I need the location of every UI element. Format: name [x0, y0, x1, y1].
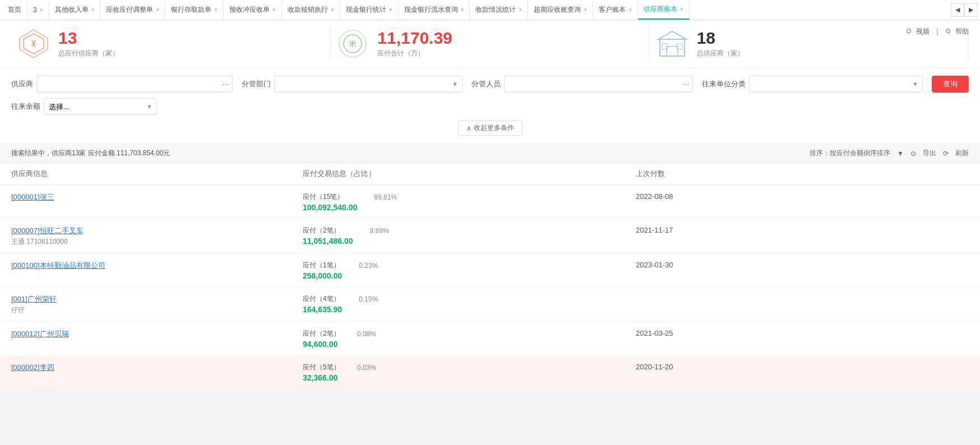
nav-tab-ar-ap-adj[interactable]: 应收应付调整单 ×: [100, 0, 165, 20]
sort-label[interactable]: 排序：按应付余额倒序排序: [810, 149, 890, 158]
nav-tab-other-income-label: 其他收入单: [55, 5, 89, 15]
supplier-name-link[interactable]: [000012]广州贝瑞: [11, 329, 303, 339]
supplier-name-link[interactable]: [000001]张三: [11, 192, 303, 202]
tx-amount[interactable]: 32,366.00: [303, 373, 340, 382]
close-icon[interactable]: ×: [91, 7, 95, 13]
person-field: 分管人员 ···: [471, 76, 693, 92]
nav-tab-overdue-ar[interactable]: 超期应收账查询 ×: [528, 0, 593, 20]
stat-label-total-payable: 应付合计（万）: [377, 49, 452, 58]
supplier-name-link[interactable]: [000002]李四: [11, 363, 303, 373]
nav-tab-cash-bank-stat-label: 现金银行统计: [346, 5, 386, 15]
help-link[interactable]: 帮助: [955, 27, 969, 36]
close-icon[interactable]: ×: [40, 7, 43, 13]
stat-text-payable-suppliers: 13 总应付供应商（家）: [58, 30, 119, 58]
tx-amount[interactable]: 164,635.90: [303, 305, 342, 314]
tx-info-cell: 应付（2笔） 11,051,486.00 9.89%: [303, 226, 636, 245]
refresh-button[interactable]: 刷新: [955, 149, 969, 158]
nav-next-button[interactable]: ▶: [964, 3, 978, 17]
supplier-sub-info: 王通 17106110000: [11, 237, 303, 247]
nav-tab-3[interactable]: 3 ×: [27, 0, 49, 20]
svg-rect-8: [667, 47, 678, 56]
tx-amount[interactable]: 258,000.00: [303, 271, 342, 280]
close-icon[interactable]: ×: [519, 7, 522, 13]
balance-select[interactable]: 选择...: [44, 98, 157, 115]
svg-marker-7: [658, 31, 686, 39]
nav-tab-cash-bank-stat[interactable]: 现金银行统计 ×: [340, 0, 399, 20]
tx-info-cell: 应付（15笔） 100,092,540.00 89.61%: [303, 192, 636, 212]
nav-tab-home-label: 首页: [8, 5, 21, 15]
nav-tab-bank-deposit[interactable]: 银行存取款单 ×: [165, 0, 224, 20]
supplier-info-cell: [000012]广州贝瑞: [11, 329, 303, 339]
close-icon[interactable]: ×: [584, 7, 587, 13]
diamond-red-icon: ¥: [17, 27, 50, 61]
tx-detail: 应付（1笔） 258,000.00: [303, 261, 342, 280]
person-label: 分管人员: [471, 79, 501, 89]
table-row: [000007]恒旺二手叉车 王通 17106110000 应付（2笔） 11,…: [0, 219, 980, 254]
person-input[interactable]: [504, 76, 693, 92]
nav-tab-ar-ap-adj-label: 应收应付调整单: [106, 5, 153, 15]
category-select[interactable]: [749, 76, 923, 92]
result-bar-right: 排序：按应付余额倒序排序 ▼ ⊙ 导出 ⟳ 刷新: [810, 149, 969, 158]
close-icon[interactable]: ×: [628, 7, 632, 13]
tx-amount[interactable]: 94,600.00: [303, 340, 340, 349]
stat-text-total-suppliers: 18 总供应商（家）: [697, 30, 744, 58]
nav-tab-advance-ar-label: 预收冲应收单: [229, 5, 270, 15]
col-head-last-pay: 上次付数: [636, 169, 969, 179]
nav-tab-advance-ar[interactable]: 预收冲应收单 ×: [224, 0, 282, 20]
collapse-button[interactable]: ∧ 收起更多条件: [458, 120, 523, 136]
nav-tab-collect-exec[interactable]: 收款核销执行 ×: [282, 0, 340, 20]
close-icon[interactable]: ×: [389, 7, 392, 13]
table-row: [000002]李四 应付（5笔） 32,366.00 0.03% 2020-1…: [0, 356, 980, 390]
nav-tab-customer-ledger-label: 客户账本: [599, 5, 626, 15]
query-button[interactable]: 查询: [932, 76, 969, 92]
nav-tab-home[interactable]: 首页: [2, 0, 27, 20]
close-icon[interactable]: ×: [680, 6, 683, 12]
tx-percent: 0.08%: [357, 330, 376, 338]
supplier-name-link[interactable]: [001]广州荣轩: [11, 294, 303, 304]
nav-tab-overdue-ar-label: 超期应收账查询: [534, 5, 581, 15]
person-dots-icon[interactable]: ···: [683, 80, 690, 89]
last-pay-cell: 2020-11-20: [636, 363, 969, 371]
nav-tab-supplier-ledger[interactable]: 供应商账本 ×: [638, 0, 690, 20]
stats-header: ¥ 13 总应付供应商（家） 米 11,170.39 应付合计（万） 18 总: [0, 20, 980, 68]
last-pay-cell: 2021-11-17: [636, 226, 969, 234]
person-input-wrap: ···: [504, 76, 693, 92]
nav-tab-collect-stat[interactable]: 收款情况统计 ×: [470, 0, 528, 20]
data-table: 供应商信息 应付交易信息（占比） 上次付数 [000001]张三 应付（15笔）…: [0, 163, 980, 390]
supplier-dots-icon[interactable]: ···: [223, 80, 229, 89]
stat-number-total-suppliers: 18: [697, 30, 744, 47]
nav-prev-button[interactable]: ◀: [951, 3, 964, 17]
tx-label: 应付（4笔）: [303, 294, 342, 304]
stat-block-suppliers-payable: ¥ 13 总应付供应商（家）: [11, 27, 330, 61]
supplier-info-cell: [000007]恒旺二手叉车 王通 17106110000: [11, 226, 303, 247]
table-row: [000001]张三 应付（15笔） 100,092,540.00 89.61%…: [0, 186, 980, 219]
close-icon[interactable]: ×: [331, 7, 334, 13]
stat-block-total-payable: 米 11,170.39 应付合计（万）: [330, 27, 649, 61]
tx-amount[interactable]: 100,092,540.00: [303, 203, 357, 212]
table-row: [000100]本特勤油品有限公司 应付（1笔） 258,000.00 0.23…: [0, 254, 980, 288]
export-button[interactable]: 导出: [923, 149, 936, 158]
close-icon[interactable]: ×: [214, 7, 218, 13]
supplier-name-link[interactable]: [000100]本特勤油品有限公司: [11, 261, 303, 271]
close-icon[interactable]: ×: [461, 7, 464, 13]
sort-chevron-down-icon: ▼: [897, 150, 904, 157]
nav-tab-3-label: 3: [33, 6, 37, 14]
last-pay-cell: 2023-01-30: [636, 261, 969, 269]
nav-tab-other-income[interactable]: 其他收入单 ×: [49, 0, 101, 20]
rice-green-icon: 米: [336, 27, 369, 61]
col-head-tx-info: 应付交易信息（占比）: [303, 169, 636, 179]
help-icon: ⊙: [945, 27, 951, 36]
supplier-input[interactable]: [36, 76, 233, 92]
close-icon[interactable]: ×: [272, 7, 276, 13]
supplier-info-cell: [001]广州荣轩 仔仔: [11, 294, 303, 315]
close-icon[interactable]: ×: [156, 7, 159, 13]
nav-tab-customer-ledger[interactable]: 客户账本 ×: [593, 0, 638, 20]
dept-select[interactable]: [274, 76, 463, 92]
video-link[interactable]: 视频: [916, 27, 930, 36]
tx-amount[interactable]: 11,051,486.00: [303, 237, 353, 245]
supplier-name-link[interactable]: [000007]恒旺二手叉车: [11, 226, 303, 236]
search-row-1: 供应商 ··· 分管部门 ▼ 分管人员 ···: [11, 76, 969, 92]
nav-tab-cash-bank-query[interactable]: 现金银行流水查询 ×: [399, 0, 470, 20]
category-label: 往来单位分类: [702, 79, 746, 89]
last-pay-date: 2023-01-30: [636, 261, 673, 269]
